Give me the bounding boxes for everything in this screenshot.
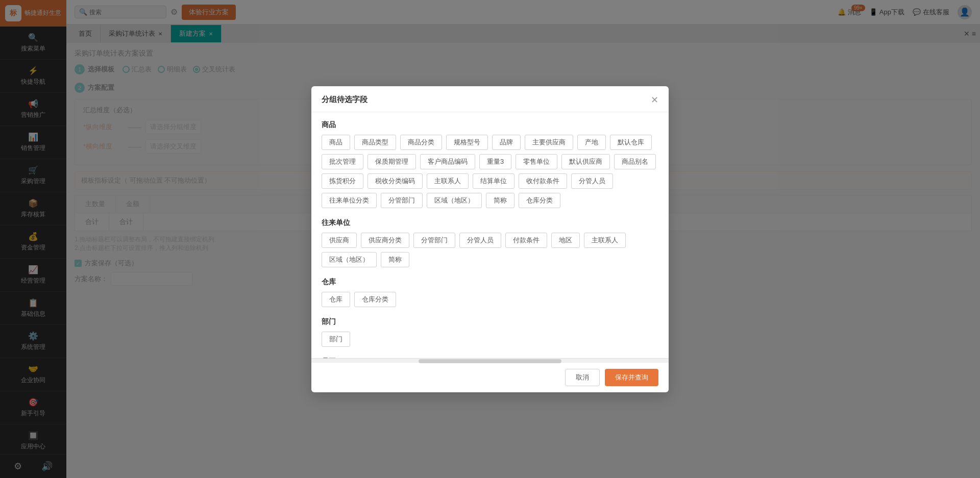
field-group-title: 部门	[322, 317, 658, 326]
field-tag[interactable]: 简称	[486, 193, 514, 208]
field-group-title: 往来单位	[322, 218, 658, 228]
field-tag[interactable]: 商品	[322, 135, 350, 150]
field-tag[interactable]: 默认供应商	[561, 154, 610, 169]
modal-dialog: 分组待选字段 ✕ 商品商品商品类型商品分类规格型号品牌主要供应商产地默认仓库批次…	[311, 86, 669, 392]
field-tag[interactable]: 主要供应商	[525, 135, 573, 150]
field-tag[interactable]: 简称	[381, 252, 409, 267]
field-tag[interactable]: 批次管理	[322, 154, 363, 169]
field-tag[interactable]: 税收分类编码	[368, 173, 423, 189]
field-tag[interactable]: 仓库	[322, 292, 350, 307]
field-tag[interactable]: 供应商分类	[361, 233, 409, 248]
field-tag[interactable]: 分管人员	[459, 233, 501, 248]
field-tag[interactable]: 分管人员	[571, 173, 613, 189]
field-tag[interactable]: 地区	[551, 233, 580, 248]
modal-body: 商品商品商品类型商品分类规格型号品牌主要供应商产地默认仓库批次管理保质期管理客户…	[311, 112, 669, 358]
field-tag[interactable]: 付款条件	[505, 233, 547, 248]
field-group-title: 仓库	[322, 278, 658, 287]
field-tag[interactable]: 分管部门	[413, 233, 455, 248]
confirm-button[interactable]: 保存并查询	[605, 369, 658, 386]
field-tag[interactable]: 收付款条件	[519, 173, 567, 189]
field-tags: 商品商品类型商品分类规格型号品牌主要供应商产地默认仓库批次管理保质期管理客户商品…	[322, 135, 658, 208]
field-tag[interactable]: 客户商品编码	[420, 154, 475, 169]
field-tag[interactable]: 往来单位分类	[322, 193, 377, 208]
modal-hscroll[interactable]	[311, 358, 669, 362]
cancel-button[interactable]: 取消	[565, 369, 600, 386]
modal-header: 分组待选字段 ✕	[311, 86, 669, 112]
modal-footer: 取消 保存并查询	[311, 362, 669, 392]
field-tag[interactable]: 默认仓库	[610, 135, 652, 150]
hscroll-thumb	[419, 359, 561, 363]
field-tag[interactable]: 主联系人	[584, 233, 626, 248]
field-tag[interactable]: 拣货积分	[322, 173, 363, 189]
field-tag[interactable]: 商品分类	[400, 135, 442, 150]
modal-title: 分组待选字段	[322, 95, 368, 105]
modal-overlay: 分组待选字段 ✕ 商品商品商品类型商品分类规格型号品牌主要供应商产地默认仓库批次…	[0, 0, 980, 478]
field-tag[interactable]: 区域（地区）	[322, 252, 377, 267]
field-tag[interactable]: 产地	[577, 135, 606, 150]
field-tag[interactable]: 仓库分类	[519, 193, 560, 208]
field-tag[interactable]: 商品类型	[354, 135, 396, 150]
field-tag[interactable]: 仓库分类	[354, 292, 396, 307]
field-tag[interactable]: 商品别名	[614, 154, 656, 169]
field-tags: 供应商供应商分类分管部门分管人员付款条件地区主联系人区域（地区）简称	[322, 233, 658, 267]
field-tags: 部门	[322, 332, 658, 347]
field-tag[interactable]: 规格型号	[446, 135, 488, 150]
field-tag[interactable]: 重量3	[479, 154, 511, 169]
field-tag[interactable]: 分管部门	[381, 193, 423, 208]
field-tag[interactable]: 区域（地区）	[427, 193, 482, 208]
field-group-部门: 部门部门	[322, 317, 658, 347]
field-tag[interactable]: 结算单位	[473, 173, 514, 189]
field-tag[interactable]: 主联系人	[427, 173, 469, 189]
field-tag[interactable]: 供应商	[322, 233, 357, 248]
field-tag[interactable]: 品牌	[492, 135, 521, 150]
field-tag[interactable]: 保质期管理	[368, 154, 416, 169]
field-group-往来单位: 往来单位供应商供应商分类分管部门分管人员付款条件地区主联系人区域（地区）简称	[322, 218, 658, 267]
modal-close-btn[interactable]: ✕	[651, 94, 658, 106]
field-group-商品: 商品商品商品类型商品分类规格型号品牌主要供应商产地默认仓库批次管理保质期管理客户…	[322, 120, 658, 208]
field-tag[interactable]: 零售单位	[516, 154, 557, 169]
field-tags: 仓库仓库分类	[322, 292, 658, 307]
field-group-title: 商品	[322, 120, 658, 130]
field-tag[interactable]: 部门	[322, 332, 350, 347]
field-group-仓库: 仓库仓库仓库分类	[322, 278, 658, 307]
